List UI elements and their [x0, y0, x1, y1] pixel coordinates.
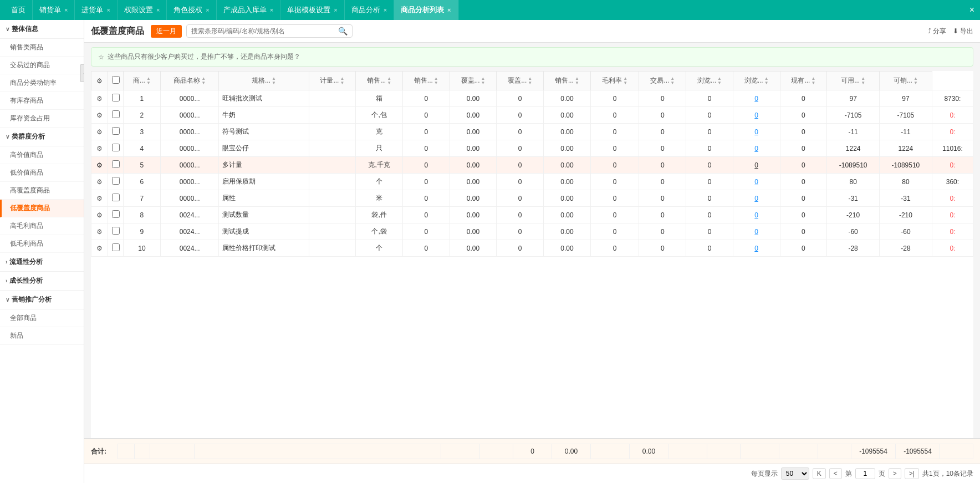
- row-select-checkbox[interactable]: [112, 160, 120, 168]
- sidebar-section-marketing[interactable]: ∨ 营销推广分析: [0, 291, 84, 309]
- nav-product-analysis-list[interactable]: 商品分析列表 ×: [394, 0, 458, 20]
- close-purchase-order[interactable]: ×: [106, 7, 110, 13]
- row-browse1[interactable]: 0: [733, 174, 780, 190]
- col-unit[interactable]: 计量...▲▼: [309, 72, 356, 90]
- row-settings[interactable]: ⚙: [91, 174, 108, 190]
- col-cover2[interactable]: 覆盖...▲▼: [497, 72, 544, 90]
- col-sellable[interactable]: 可销...▲▼: [880, 72, 932, 90]
- sidebar-item-traded-goods[interactable]: 交易过的商品: [0, 57, 84, 74]
- sidebar-item-inventory-capital[interactable]: 库存资金占用: [0, 110, 84, 128]
- row-settings[interactable]: ⚙: [91, 90, 108, 107]
- row-select-checkbox[interactable]: [112, 210, 120, 218]
- close-role-auth[interactable]: ×: [206, 7, 209, 13]
- sidebar-collapse-button[interactable]: «: [80, 64, 84, 82]
- col-browse2[interactable]: 浏览...▲▼: [733, 72, 780, 90]
- row-settings[interactable]: ⚙: [91, 207, 108, 223]
- col-settings[interactable]: ⚙: [91, 72, 108, 90]
- col-code[interactable]: 商...▲▼: [124, 72, 161, 90]
- row-sales-count: 0: [402, 223, 450, 240]
- section-arrow-cluster: ∨: [6, 134, 9, 140]
- row-browse1[interactable]: 0: [733, 90, 780, 107]
- col-sales-count[interactable]: 销售...▲▼: [356, 72, 403, 90]
- col-sales-amount[interactable]: 销售...▲▼: [402, 72, 450, 90]
- col-spec[interactable]: 规格...▲▼: [219, 72, 309, 90]
- row-select-checkbox[interactable]: [112, 110, 120, 118]
- nav-product-inbound[interactable]: 产成品入库单 ×: [217, 0, 280, 20]
- row-select-checkbox[interactable]: [112, 177, 120, 185]
- sidebar-section-cluster[interactable]: ∨ 类群度分析: [0, 128, 84, 146]
- row-settings[interactable]: ⚙: [91, 124, 108, 140]
- prev-page-button[interactable]: <: [829, 468, 842, 479]
- search-icon[interactable]: 🔍: [338, 27, 348, 35]
- col-gross-rate[interactable]: 毛利率▲▼: [590, 72, 639, 90]
- export-button[interactable]: ⬇ 导出: [953, 27, 973, 36]
- select-all-checkbox[interactable]: [112, 76, 120, 84]
- close-template-settings[interactable]: ×: [334, 7, 337, 13]
- col-name[interactable]: 商品名称▲▼: [160, 72, 219, 90]
- nav-purchase-order[interactable]: 进货单 ×: [75, 0, 117, 20]
- sidebar-item-low-value[interactable]: 低价值商品: [0, 164, 84, 182]
- sidebar-item-high-coverage[interactable]: 高覆盖度商品: [0, 182, 84, 200]
- close-permission-settings[interactable]: ×: [156, 7, 160, 13]
- sidebar-item-all-goods[interactable]: 全部商品: [0, 309, 84, 327]
- page-number-input[interactable]: [855, 468, 875, 479]
- row-select-checkbox[interactable]: [112, 227, 120, 235]
- row-settings[interactable]: ⚙: [91, 107, 108, 124]
- row-browse1[interactable]: 0: [733, 223, 780, 240]
- row-select-checkbox[interactable]: [112, 194, 120, 201]
- sidebar-item-high-value[interactable]: 高价值商品: [0, 146, 84, 164]
- col-cover1[interactable]: 覆盖...▲▼: [450, 72, 497, 90]
- close-sales-order[interactable]: ×: [64, 7, 68, 13]
- nav-product-analysis[interactable]: 商品分析 ×: [345, 0, 394, 20]
- close-product-inbound[interactable]: ×: [270, 7, 273, 13]
- date-filter-button[interactable]: 近一月: [151, 25, 182, 38]
- sidebar-section-circulation[interactable]: › 流通性分析: [0, 253, 84, 272]
- col-sales-extra[interactable]: 销售...▲▼: [544, 72, 591, 90]
- nav-template-settings[interactable]: 单据模板设置 ×: [280, 0, 344, 20]
- sidebar-item-low-margin[interactable]: 低毛利商品: [0, 235, 84, 253]
- row-settings[interactable]: ⚙: [91, 157, 108, 174]
- row-settings[interactable]: ⚙: [91, 190, 108, 207]
- col-available[interactable]: 可用...▲▼: [827, 72, 880, 90]
- nav-permission-settings[interactable]: 权限设置 ×: [118, 0, 167, 20]
- export-icon: ⬇: [953, 27, 958, 35]
- sidebar-item-high-margin[interactable]: 高毛利商品: [0, 217, 84, 235]
- row-select-checkbox[interactable]: [112, 94, 120, 101]
- row-settings[interactable]: ⚙: [91, 140, 108, 157]
- col-browse1[interactable]: 浏览...▲▼: [686, 72, 733, 90]
- sidebar-section-growth[interactable]: › 成长性分析: [0, 272, 84, 291]
- row-browse1[interactable]: 0: [733, 124, 780, 140]
- share-button[interactable]: ⤴ 分享: [928, 27, 946, 36]
- sidebar-item-new-goods[interactable]: 新品: [0, 327, 84, 345]
- col-current[interactable]: 现有...▲▼: [780, 72, 827, 90]
- sidebar-item-category-rate[interactable]: 商品分类动销率: [0, 74, 84, 92]
- nav-sales-order[interactable]: 销货单 ×: [33, 0, 75, 20]
- sidebar-item-sales-goods[interactable]: 销售类商品: [0, 39, 84, 57]
- row-settings[interactable]: ⚙: [91, 223, 108, 240]
- row-browse1[interactable]: 0: [733, 190, 780, 207]
- row-select-checkbox[interactable]: [112, 144, 120, 151]
- col-trade[interactable]: 交易...▲▼: [639, 72, 686, 90]
- row-browse1[interactable]: 0: [733, 107, 780, 124]
- row-select-checkbox[interactable]: [112, 243, 120, 251]
- sidebar-section-overall[interactable]: ∨ 整体信息: [0, 20, 84, 39]
- sidebar-item-low-coverage[interactable]: 低覆盖度商品: [0, 200, 84, 217]
- close-product-analysis-list[interactable]: ×: [447, 7, 451, 13]
- nav-role-auth[interactable]: 角色授权 ×: [167, 0, 216, 20]
- row-browse1[interactable]: 0: [733, 140, 780, 157]
- search-input[interactable]: [191, 27, 336, 35]
- row-select-checkbox[interactable]: [112, 127, 120, 135]
- nav-home[interactable]: 首页: [4, 0, 33, 20]
- row-current: 80: [827, 174, 880, 190]
- row-settings[interactable]: ⚙: [91, 240, 108, 257]
- row-browse1[interactable]: 0: [733, 157, 780, 174]
- close-product-analysis[interactable]: ×: [384, 7, 387, 13]
- first-page-button[interactable]: K: [813, 468, 826, 479]
- global-close-btn[interactable]: ×: [969, 5, 974, 15]
- row-browse1[interactable]: 0: [733, 207, 780, 223]
- next-page-button[interactable]: >: [889, 468, 901, 479]
- row-browse1[interactable]: 0: [733, 240, 780, 257]
- sidebar-item-stocked-goods[interactable]: 有库存商品: [0, 92, 84, 110]
- per-page-select[interactable]: 50 20 100: [781, 467, 809, 480]
- last-page-button[interactable]: >|: [905, 468, 919, 479]
